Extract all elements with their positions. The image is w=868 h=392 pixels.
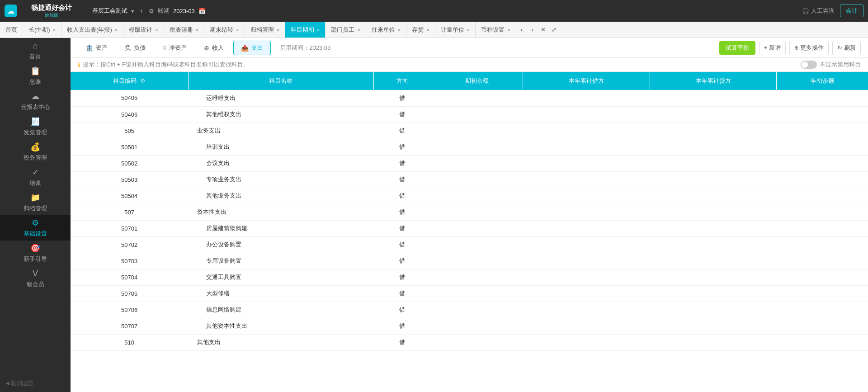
sub-tab-asset[interactable]: 🏦 资产	[78, 41, 115, 55]
tab-dept-staff-label: 部门员工	[331, 26, 354, 34]
tab-annual-report[interactable]: 收入支出表(年报) ×	[61, 22, 123, 38]
sidebar-item-cloud-report[interactable]: ☁ 云报表中心	[0, 89, 71, 114]
cell-year-start-balance	[777, 285, 868, 302]
table-row[interactable]: 50503专项业务支出借	[71, 171, 868, 188]
add-button[interactable]: + 新增	[759, 41, 786, 55]
table-row[interactable]: 50501培训支出借	[71, 139, 868, 155]
tab-currency[interactable]: 币种设置 ×	[476, 22, 516, 38]
cell-ytd-debit	[523, 139, 650, 155]
table-row[interactable]: 50705大型修缮借	[71, 285, 868, 302]
cell-direction: 借	[373, 302, 431, 318]
sidebar-item-tax[interactable]: 💰 税务管理	[0, 139, 71, 165]
tab-annual-report-label: 收入支出表(年报)	[67, 26, 112, 34]
tab-inventory-close[interactable]: ×	[426, 27, 429, 33]
table-container[interactable]: 科目编码 ⚙ 科目名称 方向 期初余额 本年累计借方 本年累计贷方 年初余额 5…	[71, 72, 868, 392]
sidebar-item-settings[interactable]: ⚙ 基础设置	[0, 215, 71, 241]
tab-dept-staff[interactable]: 部门员工 ×	[326, 22, 366, 38]
cell-ytd-debit	[523, 302, 650, 318]
tab-subject-init-close[interactable]: ×	[317, 27, 320, 33]
cell-direction: 借	[373, 155, 431, 171]
table-row[interactable]: 510其他支出借	[71, 334, 868, 350]
sub-tab-income[interactable]: ⊕ 收入	[196, 41, 231, 55]
table-row[interactable]: 50502会议支出借	[71, 155, 868, 171]
cell-code: 50405	[71, 90, 188, 106]
cell-name: 专项业务支出	[188, 171, 373, 188]
table-row[interactable]: 507资本性支出借	[71, 204, 868, 220]
table-row[interactable]: 50706信息网络购建借	[71, 302, 868, 318]
sidebar-item-invoice[interactable]: 🧾 发票管理	[0, 114, 71, 139]
cell-ytd-credit	[650, 302, 776, 318]
add-company-icon[interactable]: ＋	[138, 6, 145, 16]
table-row[interactable]: 50707其他资本性支出借	[71, 318, 868, 334]
calc-balance-button[interactable]: 试算平衡	[719, 41, 755, 55]
setting-icon[interactable]: ⚙	[149, 8, 154, 14]
tab-template[interactable]: 模版设计 ×	[123, 22, 164, 38]
tab-period-transfer[interactable]: 期末结转 ×	[204, 22, 245, 38]
tab-dept-staff-close[interactable]: ×	[357, 27, 360, 33]
sidebar: ⌂ 首页 📋 总账 ☁ 云报表中心 🧾 发票管理 💰 税务管理 ✓ 结账 📁 归…	[0, 38, 71, 392]
period-calendar-icon[interactable]: 📅	[198, 8, 206, 14]
table-row[interactable]: 50406其他维权支出借	[71, 106, 868, 123]
cell-direction: 借	[373, 123, 431, 139]
tab-midterm-close[interactable]: ×	[53, 27, 56, 33]
cell-opening-balance	[431, 106, 523, 123]
tab-tax-close[interactable]: ×	[196, 27, 198, 33]
table-row[interactable]: 50704交通工具购置借	[71, 269, 868, 285]
account-button[interactable]: 会计	[840, 5, 863, 17]
cell-ytd-credit	[650, 220, 776, 236]
toggle-disabled-subjects[interactable]	[801, 61, 817, 69]
tab-prev-button[interactable]: ‹	[516, 22, 527, 38]
tab-subject-init[interactable]: 科目期初 ×	[285, 22, 326, 38]
tab-archive[interactable]: 归档管理 ×	[245, 22, 285, 38]
sub-tab-expense[interactable]: 📤 支出	[233, 41, 271, 55]
cell-ytd-debit	[523, 220, 650, 236]
tab-expand-button[interactable]: ⤢	[549, 22, 560, 38]
cell-year-start-balance	[777, 220, 868, 236]
tab-next-button[interactable]: ›	[527, 22, 538, 38]
cell-code: 50702	[71, 236, 188, 253]
tab-home[interactable]: 首页	[0, 22, 23, 38]
sub-tab-net-asset[interactable]: ≡ 净资产	[155, 41, 194, 55]
col-gear-icon[interactable]: ⚙	[140, 77, 146, 84]
tab-inventory[interactable]: 存货 ×	[406, 22, 435, 38]
sidebar-item-home[interactable]: ⌂ 首页	[0, 38, 71, 63]
sidebar-label-archive: 归档管理	[24, 204, 47, 213]
tab-unit[interactable]: 计量单位 ×	[435, 22, 476, 38]
tab-tax[interactable]: 税表清册 ×	[164, 22, 204, 38]
more-actions-button[interactable]: ⊕ 更多操作	[789, 41, 829, 55]
tab-contacts[interactable]: 往来单位 ×	[366, 22, 406, 38]
company-dropdown-icon[interactable]: ▾	[131, 8, 134, 14]
sub-tab-liability[interactable]: 负 负债	[117, 41, 153, 55]
tab-unit-close[interactable]: ×	[467, 27, 470, 33]
table-row[interactable]: 505业务支出借	[71, 123, 868, 139]
sidebar-item-vip[interactable]: V 畅会员	[0, 266, 71, 291]
table-row[interactable]: 50702办公设备购置借	[71, 236, 868, 253]
cell-name: 其他支出	[188, 334, 373, 350]
tab-template-close[interactable]: ×	[155, 27, 158, 33]
sidebar-item-archive[interactable]: 📁 归档管理	[0, 190, 71, 215]
sidebar-item-ledger[interactable]: 📋 总账	[0, 63, 71, 89]
tab-archive-close[interactable]: ×	[277, 27, 279, 33]
cell-ytd-debit	[523, 204, 650, 220]
tab-annual-report-close[interactable]: ×	[115, 27, 118, 33]
refresh-button[interactable]: ↻ 刷新	[832, 41, 861, 55]
period-label: 账期	[158, 7, 170, 15]
cell-direction: 借	[373, 204, 431, 220]
tab-period-transfer-close[interactable]: ×	[236, 27, 239, 33]
tab-contacts-close[interactable]: ×	[398, 27, 401, 33]
support-button[interactable]: 🎧 人工咨询	[802, 7, 835, 15]
sidebar-item-guide[interactable]: 🎯 新手引导	[0, 241, 71, 266]
sidebar-item-close-accounts[interactable]: ✓ 结账	[0, 165, 71, 190]
table-row[interactable]: 50405运维维支出借	[71, 90, 868, 106]
sidebar-collapse-button[interactable]: ◄取消固定	[0, 375, 71, 392]
table-row[interactable]: 50703专用设备购置借	[71, 253, 868, 269]
table-row[interactable]: 50504其他业务支出借	[71, 188, 868, 204]
table-row[interactable]: 50701房屋建筑物购建借	[71, 220, 868, 236]
cell-code: 507	[71, 204, 188, 220]
cell-opening-balance	[431, 155, 523, 171]
logo-area: ☁ 畅捷通好会计 旗舰版	[5, 4, 83, 19]
cell-ytd-credit	[650, 155, 776, 171]
tab-close-all-button[interactable]: ✕	[538, 22, 549, 38]
tab-midterm[interactable]: 长(中期) ×	[23, 22, 61, 38]
tab-currency-close[interactable]: ×	[507, 27, 510, 33]
